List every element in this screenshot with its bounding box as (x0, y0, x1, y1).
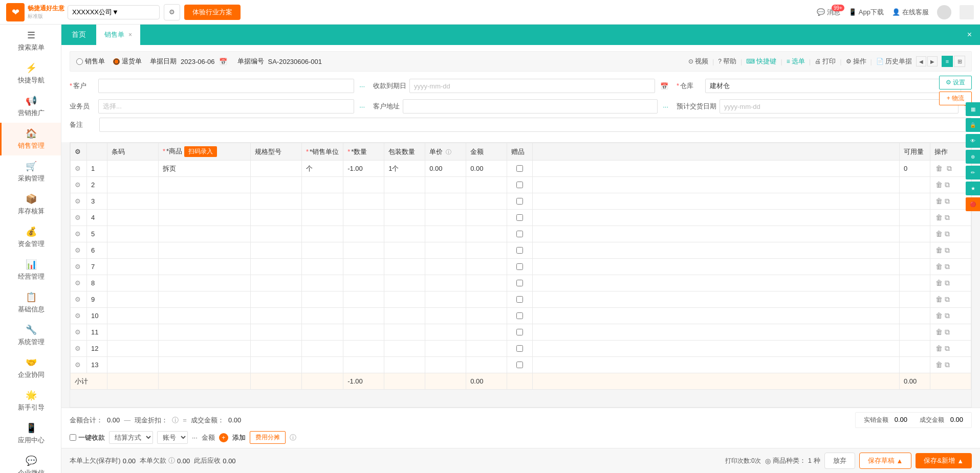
nav-next[interactable]: ▶ (927, 56, 938, 66)
company-selector[interactable]: XXXXXX公司 ▼ (68, 5, 160, 19)
save-draft-btn[interactable]: 保存草稿 ▲ (859, 453, 912, 469)
app-download-btn[interactable]: 📱 App下载 (848, 8, 884, 17)
save-new-btn[interactable]: 保存&新增 ▲ (916, 453, 972, 468)
salesperson-dots[interactable]: ··· (359, 103, 365, 110)
sidebar-item-purchase[interactable]: 🛒 采购管理 (0, 155, 61, 188)
row1-unit[interactable]: 个 (302, 161, 343, 177)
sidebar-label-wechat: 企业微信 (18, 468, 45, 473)
gear-col-icon[interactable]: ⚙ (75, 148, 81, 155)
cash-discount-info[interactable]: ⓘ (172, 416, 179, 425)
nav-prev[interactable]: ◀ (916, 56, 926, 66)
sidebar-item-quick-nav[interactable]: ⚡ 快捷导航 (0, 57, 61, 90)
toolbar-print[interactable]: 🖨 打印 (815, 57, 836, 66)
sidebar-item-guide[interactable]: 🌟 新手引导 (0, 385, 61, 417)
subtotal-available: 0.00 (900, 373, 930, 390)
customer-dots[interactable]: ··· (359, 82, 365, 90)
recv-date-cal[interactable]: 📅 (660, 82, 668, 90)
view-icon-grid[interactable]: ⊞ (954, 56, 965, 67)
float-btn-3[interactable]: 👁 (966, 134, 980, 148)
toolbar-operation[interactable]: ⚙ 操作 (846, 57, 866, 66)
row1-remark[interactable] (533, 161, 900, 177)
quick-nav-icon: ⚡ (26, 62, 37, 74)
row1-qty[interactable]: -1.00 (343, 161, 384, 177)
float-btn-6[interactable]: ★ (966, 182, 980, 195)
remark-input[interactable] (99, 118, 972, 132)
sidebar-item-wechat[interactable]: 💬 企业微信 (0, 450, 61, 473)
one-click-pay[interactable]: 一键收款 (70, 433, 105, 442)
warehouse-input[interactable]: 建材仓 (705, 79, 961, 93)
row3-gear-icon[interactable]: ⚙ (75, 197, 81, 205)
row2-gear-icon[interactable]: ⚙ (75, 181, 81, 189)
row1-gear-icon[interactable]: ⚙ (75, 165, 81, 172)
sidebar-item-finance[interactable]: 💰 资金管理 (0, 221, 61, 254)
sidebar-item-basic[interactable]: 📋 基础信息 (0, 286, 61, 319)
customer-addr-input[interactable] (403, 99, 658, 114)
row3-gift-checkbox[interactable] (516, 198, 523, 205)
customer-input[interactable] (98, 79, 354, 93)
discard-btn[interactable]: 放弃 (824, 453, 855, 469)
row1-pack-qty[interactable]: 1个 (384, 161, 425, 177)
customer-addr-dots[interactable]: ··· (663, 103, 668, 110)
radio-sale[interactable]: 销售单 (76, 57, 105, 66)
owe-info-icon[interactable]: ⓘ (168, 456, 175, 465)
toolbar-video[interactable]: ⊙ 视频 (688, 57, 708, 66)
sidebar-item-inventory[interactable]: 📦 库存核算 (0, 188, 61, 221)
expense-info[interactable]: ⓘ (290, 433, 296, 442)
row1-product[interactable]: 拆页 (159, 161, 251, 177)
float-btn-5[interactable]: ✏ (966, 166, 980, 179)
row1-amount[interactable]: 0.00 (466, 161, 507, 177)
toolbar-history[interactable]: 📄 历史单据 (876, 57, 912, 66)
row2-gift-checkbox[interactable] (516, 182, 523, 188)
row3-delete-btn[interactable]: 🗑 (934, 196, 944, 206)
settings-gear-btn[interactable]: ⚙ (164, 4, 180, 20)
recv-date-input[interactable]: yyyy-mm-dd (409, 79, 655, 93)
account-dots[interactable]: ··· (192, 434, 198, 441)
float-btn-4[interactable]: ⊕ (966, 150, 980, 164)
tab-home[interactable]: 首页 (61, 25, 96, 45)
sidebar-item-business[interactable]: 📊 经营管理 (0, 254, 61, 286)
row1-unit-price[interactable]: 0.00 (425, 161, 466, 177)
row1-spec[interactable] (251, 161, 302, 177)
sidebar-item-marketing[interactable]: 📢 营销推广 (0, 90, 61, 123)
avatar[interactable] (937, 5, 951, 19)
row1-delete-btn[interactable]: 🗑 (934, 163, 944, 173)
scan-btn[interactable]: 扫码录入 (184, 146, 217, 157)
float-btn-1[interactable]: ▦ (966, 102, 980, 116)
sidebar-item-search[interactable]: ☰ 搜索菜单 (0, 25, 61, 57)
sidebar-item-appcenter[interactable]: 📱 应用中心 (0, 417, 61, 450)
toolbar-shortcut[interactable]: ⌨ 快捷键 (746, 57, 776, 66)
row2-copy-btn[interactable]: ⧉ (944, 179, 951, 190)
sidebar-item-sales[interactable]: 🏠 销售管理 (0, 123, 61, 155)
settings-action-btn[interactable]: ⚙ 设置 (939, 76, 972, 89)
field-row-1: 客户 ··· 收款到期日 yyyy-mm-dd 📅 仓库 建材仓 ··· (70, 77, 972, 95)
avatar-more[interactable] (960, 5, 974, 19)
row3-copy-btn[interactable]: ⧉ (944, 196, 951, 207)
row1-barcode[interactable] (107, 161, 159, 177)
one-click-pay-checkbox[interactable] (70, 434, 76, 441)
toolbar-select[interactable]: ≡ 选单 (787, 57, 805, 66)
sidebar-item-system[interactable]: 🔧 系统管理 (0, 319, 61, 352)
row2-delete-btn[interactable]: 🗑 (934, 179, 944, 190)
trial-btn[interactable]: 体验行业方案 (184, 5, 241, 20)
salesperson-input[interactable]: 选择... (98, 99, 354, 114)
toolbar-help[interactable]: ? 帮助 (718, 57, 736, 66)
expense-btn[interactable]: 费用分摊 (250, 431, 286, 444)
account-select[interactable]: 账号 (157, 431, 188, 444)
row1-copy-btn[interactable]: ⧉ (946, 163, 953, 174)
basic-icon: 📋 (26, 291, 37, 303)
calendar-icon[interactable]: 📅 (219, 58, 227, 65)
add-btn[interactable]: + (219, 433, 228, 442)
row1-gift-checkbox[interactable] (516, 165, 523, 172)
online-support-btn[interactable]: 👤 在线客服 (892, 8, 929, 17)
payment-method-select[interactable]: 结算方式 (109, 431, 153, 444)
sidebar-item-corp[interactable]: 🤝 企业协同 (0, 352, 61, 385)
radio-return[interactable]: 退货单 (113, 57, 142, 66)
expected-date-input[interactable]: yyyy-mm-dd (720, 99, 959, 114)
tab-close-far[interactable]: × (959, 30, 980, 39)
tab-active[interactable]: 销售单 × (96, 25, 140, 45)
message-btn[interactable]: 💬 消息 99+ (817, 8, 840, 17)
tab-close-icon[interactable]: × (128, 31, 132, 38)
float-btn-7[interactable]: 🔴 (966, 197, 980, 211)
float-btn-2[interactable]: 🔒 (966, 118, 980, 132)
view-icon-list[interactable]: ≡ (942, 56, 953, 67)
